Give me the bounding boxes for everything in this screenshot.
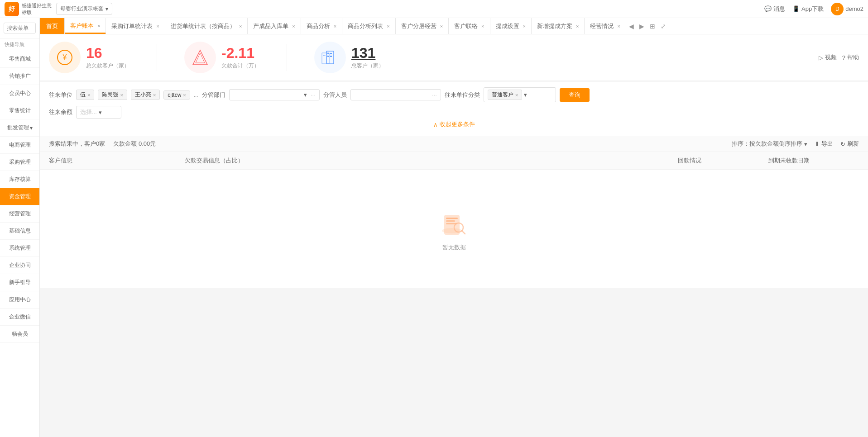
chevron-down-icon: ▾	[304, 91, 307, 98]
tab-close-purchase[interactable]: ×	[156, 24, 159, 29]
help-icon: ?	[842, 54, 845, 61]
tab-customer-segment[interactable]: 客户分层经营 ×	[396, 18, 449, 34]
sidebar-item-app-center[interactable]: 应用中心	[0, 291, 39, 309]
svg-rect-6	[323, 55, 325, 56]
sidebar-item-wholesale[interactable]: 批发管理 ▾	[0, 119, 39, 137]
tab-fullscreen[interactable]: ⤢	[658, 23, 669, 30]
person-label: 分管人员	[323, 91, 347, 99]
svg-rect-14	[446, 218, 458, 219]
filter-tag-3: cjttcw ×	[163, 90, 190, 100]
tab-close-inbound[interactable]: ×	[239, 24, 242, 29]
stat-block-3: 131 总客户（家）	[314, 42, 384, 73]
sidebar-item-member-center[interactable]: 会员中心	[0, 85, 39, 102]
tab-expand[interactable]: ⊞	[647, 23, 658, 30]
sidebar-item-retail-stats[interactable]: 零售统计	[0, 102, 39, 119]
stat-block-1: ¥ 16 总欠款客户（家）	[49, 42, 129, 73]
sidebar-item-beginner[interactable]: 新手引导	[0, 274, 39, 291]
sidebar: 快捷导航 零售商城 营销推广 会员中心 零售统计 批发管理 ▾ 电商管理 采购管…	[0, 18, 40, 437]
search-input[interactable]	[4, 23, 36, 33]
sidebar-item-ecommerce[interactable]: 电商管理	[0, 137, 39, 154]
sidebar-item-retail-mall[interactable]: 零售商城	[0, 51, 39, 68]
video-help-area: ▷ 视频 ? 帮助	[819, 53, 859, 62]
tab-close-pal[interactable]: ×	[387, 24, 389, 29]
sidebar-item-finance[interactable]: 资金管理	[0, 188, 39, 205]
tab-close-cc[interactable]: ×	[481, 24, 484, 29]
tab-purchase-order-stat[interactable]: 采购订单统计表 ×	[106, 18, 165, 34]
messages-button[interactable]: 💬 消息	[764, 5, 785, 13]
app-download-button[interactable]: 📱 App下载	[792, 5, 824, 13]
tag-close-0[interactable]: ×	[87, 92, 90, 98]
account-selector[interactable]: 母婴行业演示帐套 ▾	[56, 3, 112, 15]
chevron-down-icon: ▾	[106, 6, 108, 12]
sidebar-item-marketing[interactable]: 营销推广	[0, 68, 39, 85]
tab-close-customer-account[interactable]: ×	[97, 23, 100, 28]
balance-label: 往来余额	[49, 108, 72, 116]
tag-close-1[interactable]: ×	[120, 92, 123, 98]
chevron-up-icon: ∧	[433, 121, 438, 128]
sidebar-item-basic-info[interactable]: 基础信息	[0, 223, 39, 240]
tab-close-pa[interactable]: ×	[334, 24, 336, 29]
tab-cost-inbound[interactable]: 产成品入库单 ×	[248, 18, 301, 34]
tab-business[interactable]: 经营情况 ×	[585, 18, 626, 34]
query-button[interactable]: 查询	[560, 88, 590, 102]
tab-customer-contact[interactable]: 客户联络 ×	[449, 18, 490, 34]
stat-label-1: 总欠款客户（家）	[86, 62, 129, 70]
stat-value-1: 16	[86, 46, 129, 60]
tag-close-3[interactable]: ×	[183, 92, 186, 98]
stats-row: ¥ 16 总欠款客户（家）	[40, 34, 868, 81]
sidebar-item-member[interactable]: 畅会员	[0, 326, 39, 343]
unit-label: 往来单位	[49, 91, 72, 99]
tab-scroll-right[interactable]: ▶	[637, 23, 647, 30]
user-menu[interactable]: D demo2	[831, 3, 863, 15]
filter-more-btn[interactable]: ...	[194, 92, 198, 98]
category-label: 往来单位分类	[445, 91, 480, 99]
tab-promo-settings[interactable]: 提成设置 ×	[490, 18, 532, 34]
logo-area: 好 畅捷通好生意 标版	[5, 2, 52, 16]
sort-select[interactable]: 排序：按欠款金额倒序排序 ▾	[732, 140, 807, 148]
top-bar: 好 畅捷通好生意 标版 母婴行业演示帐套 ▾ 💬 消息 📱 App下载 D de…	[0, 0, 868, 18]
tab-close-np[interactable]: ×	[576, 24, 579, 29]
tab-close-cs[interactable]: ×	[440, 24, 443, 29]
sort-label: 排序：按欠款金额倒序排序	[732, 140, 802, 148]
tab-home[interactable]: 首页	[40, 18, 65, 34]
tab-close-cost[interactable]: ×	[292, 24, 295, 29]
category-tag-close[interactable]: ×	[515, 92, 518, 98]
tab-inbound-stat[interactable]: 进货单统计表（按商品） ×	[165, 18, 248, 34]
tab-close-bs[interactable]: ×	[617, 24, 620, 29]
person-select[interactable]: ···	[350, 89, 441, 100]
balance-select[interactable]: 选择... ▾	[76, 106, 121, 119]
app-container: 好 畅捷通好生意 标版 母婴行业演示帐套 ▾ 💬 消息 📱 App下载 D de…	[0, 0, 868, 437]
sidebar-item-purchase[interactable]: 采购管理	[0, 154, 39, 171]
sidebar-item-operation[interactable]: 经营管理	[0, 205, 39, 223]
help-button[interactable]: ? 帮助	[842, 53, 859, 62]
tab-customer-account[interactable]: 客户账本 ×	[65, 18, 106, 34]
stat-icon-1: ¥	[49, 42, 81, 73]
table-header: 客户信息 欠款交易信息（占比） 回款情况 到期未收款日期	[40, 152, 868, 170]
tag-close-2[interactable]: ×	[153, 92, 156, 98]
sidebar-item-inventory[interactable]: 库存核算	[0, 171, 39, 188]
video-button[interactable]: ▷ 视频	[819, 53, 837, 62]
svg-rect-8	[327, 53, 329, 54]
export-button[interactable]: ⬇ 导出	[815, 140, 833, 148]
dept-select[interactable]: ▾ ···	[229, 89, 320, 100]
tab-product-analysis-list[interactable]: 商品分析列表 ×	[342, 18, 395, 34]
filter-row-1: 往来单位 伍 × 陈民强 × 王小亮 ×	[49, 87, 859, 102]
stat-value-2: -2.11	[221, 46, 259, 60]
collapse-button[interactable]: ∧ 收起更多条件	[433, 120, 475, 128]
main-content: ¥ 16 总欠款客户（家）	[40, 34, 868, 437]
result-summary: 搜索结果中，客户0家 欠款金额 0.00元	[49, 140, 156, 148]
svg-text:¥: ¥	[62, 53, 67, 61]
refresh-button[interactable]: ↻ 刷新	[840, 140, 859, 148]
stat-label-3: 总客户（家）	[351, 62, 384, 70]
tab-close-ps[interactable]: ×	[523, 24, 526, 29]
sidebar-item-enterprise-wx[interactable]: 企业微信	[0, 309, 39, 326]
tab-product-analysis[interactable]: 商品分析 ×	[301, 18, 342, 34]
stat-label-2: 欠款合计（万）	[221, 62, 259, 70]
sidebar-item-enterprise-coop[interactable]: 企业协同	[0, 257, 39, 274]
category-select[interactable]: 普通客户 × ▾	[484, 87, 556, 102]
tab-new-promo[interactable]: 新增提成方案 ×	[532, 18, 585, 34]
dept-label: 分管部门	[202, 91, 225, 99]
tab-scroll-left[interactable]: ◀	[626, 23, 637, 30]
filter-row-2: 往来余额 选择... ▾	[49, 106, 859, 119]
sidebar-item-system[interactable]: 系统管理	[0, 240, 39, 257]
